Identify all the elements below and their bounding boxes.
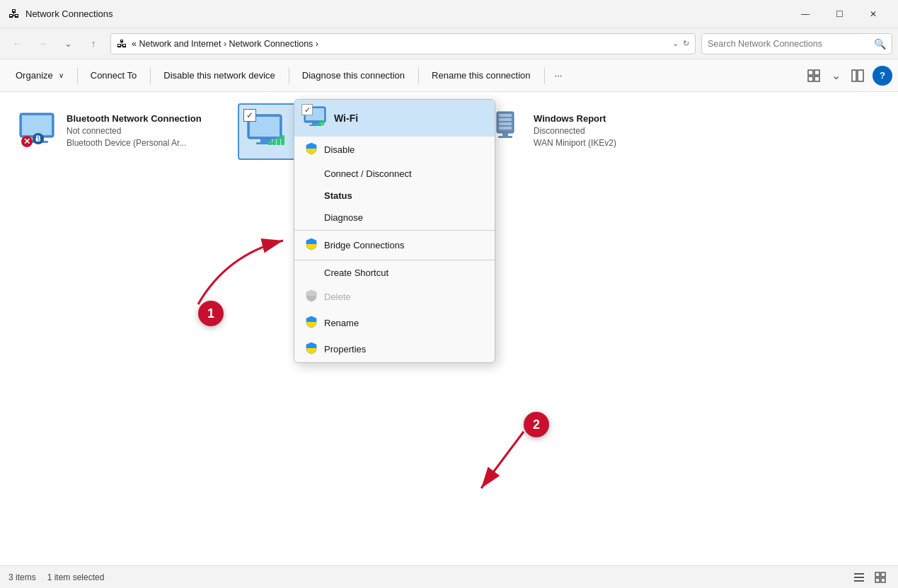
address-text: « Network and Internet › Network Connect… xyxy=(132,39,668,49)
refresh-icon[interactable]: ↻ xyxy=(683,39,689,48)
selected-count: 1 item selected xyxy=(47,572,105,582)
menu-item-label: Rename xyxy=(324,318,359,328)
up-button[interactable]: ↑ xyxy=(82,33,105,54)
windows-report-name: Windows Report xyxy=(534,113,616,124)
svg-rect-2 xyxy=(808,76,813,81)
menu-item-label: Diagnose xyxy=(324,212,363,223)
title-bar-left: 🖧 Network Connections xyxy=(8,8,113,21)
svg-rect-23 xyxy=(499,114,512,117)
svg-rect-38 xyxy=(854,573,864,575)
context-menu-item-connect---disconnect[interactable]: Connect / Disconnect xyxy=(294,163,495,185)
context-menu-item-disable[interactable]: Disable xyxy=(294,137,495,163)
context-menu: ✓ Wi-Fi DisableConnect / DisconnectStatu… xyxy=(294,99,495,363)
svg-text:✕: ✕ xyxy=(23,137,30,146)
nav-bar: ← → ⌄ ↑ 🖧 « Network and Internet › Netwo… xyxy=(0,28,898,59)
svg-rect-3 xyxy=(814,76,819,81)
annotation-2: 2 xyxy=(524,412,549,437)
svg-rect-25 xyxy=(499,122,512,125)
arrow-1 xyxy=(142,198,318,340)
context-menu-checkbox: ✓ xyxy=(301,104,313,115)
list-view-button[interactable] xyxy=(850,570,868,585)
grid-view-button[interactable] xyxy=(871,570,890,585)
svg-rect-40 xyxy=(854,580,864,582)
status-bar-left: 3 items 1 item selected xyxy=(8,572,104,582)
pane-button[interactable] xyxy=(846,65,870,86)
arrow-2 xyxy=(446,417,587,502)
menu-item-label: Disable xyxy=(324,144,355,155)
menu-item-label: Connect / Disconnect xyxy=(324,168,412,179)
more-button[interactable]: ··· xyxy=(548,59,570,91)
bluetooth-icon: ✕ Ƀ xyxy=(17,109,59,151)
search-icon: 🔍 xyxy=(874,38,886,50)
connect-to-button[interactable]: Connect To xyxy=(81,59,148,91)
toolbar: Organize ∨ Connect To Disable this netwo… xyxy=(0,59,898,92)
back-button[interactable]: ← xyxy=(6,33,28,54)
svg-rect-7 xyxy=(22,115,52,135)
menu-item-label: Properties xyxy=(324,344,366,354)
shield-icon-4 xyxy=(306,238,317,253)
svg-rect-5 xyxy=(858,70,863,81)
items-count: 3 items xyxy=(8,572,36,582)
context-menu-title: Wi-Fi xyxy=(334,113,358,124)
context-menu-item-status[interactable]: Status xyxy=(294,185,495,207)
rename-button[interactable]: Rename this connection xyxy=(422,59,541,91)
svg-rect-35 xyxy=(322,120,324,125)
forward-button[interactable]: → xyxy=(31,33,54,54)
context-menu-item-delete: Delete xyxy=(294,284,495,310)
title-bar: 🖧 Network Connections — ☐ ✕ xyxy=(0,0,898,28)
context-menu-item-rename[interactable]: Rename xyxy=(294,310,495,336)
context-menu-item-bridge-connections[interactable]: Bridge Connections xyxy=(294,232,495,258)
svg-rect-33 xyxy=(316,123,318,125)
main-content: ✕ Ƀ Bluetooth Network Connection Not con… xyxy=(0,92,898,565)
search-input[interactable] xyxy=(708,39,870,49)
shield-icon-6 xyxy=(306,289,317,304)
svg-rect-18 xyxy=(268,142,272,145)
close-button[interactable]: ✕ xyxy=(857,3,890,25)
menu-item-label: Delete xyxy=(324,292,351,302)
context-menu-item-diagnose[interactable]: Diagnose xyxy=(294,207,495,229)
svg-rect-28 xyxy=(498,136,512,138)
network-item-bluetooth[interactable]: ✕ Ƀ Bluetooth Network Connection Not con… xyxy=(11,103,224,157)
address-bar[interactable]: 🖧 « Network and Internet › Network Conne… xyxy=(110,33,696,54)
view-options-button[interactable] xyxy=(802,65,826,86)
toolbar-separator-4 xyxy=(418,67,419,84)
shield-icon-0 xyxy=(306,142,317,157)
windows-report-type: WAN Miniport (IKEv2) xyxy=(534,138,616,148)
context-menu-item-create-shortcut[interactable]: Create Shortcut xyxy=(294,262,495,284)
shield-icon-8 xyxy=(306,342,317,357)
diagnose-button[interactable]: Diagnose this connection xyxy=(292,59,415,91)
grid-view-icon xyxy=(875,572,886,583)
svg-rect-0 xyxy=(808,70,813,75)
context-menu-items: DisableConnect / DisconnectStatusDiagnos… xyxy=(294,137,495,362)
maximize-button[interactable]: ☐ xyxy=(823,3,856,25)
toolbar-separator-5 xyxy=(544,67,545,84)
search-bar[interactable]: 🔍 xyxy=(701,33,892,54)
windows-report-info: Windows Report Disconnected WAN Miniport… xyxy=(534,113,616,148)
annotation-1: 1 xyxy=(198,301,224,326)
app-icon: 🖧 xyxy=(8,8,20,21)
address-chevron-icon[interactable]: ⌄ xyxy=(672,39,679,48)
svg-rect-19 xyxy=(272,139,276,145)
svg-rect-24 xyxy=(499,118,512,121)
disable-button[interactable]: Disable this network device xyxy=(154,59,286,91)
svg-rect-34 xyxy=(319,122,321,125)
toolbar-separator-3 xyxy=(289,67,289,84)
menu-item-label: Bridge Connections xyxy=(324,240,404,250)
bluetooth-type: Bluetooth Device (Personal Ar... xyxy=(67,138,202,148)
svg-rect-4 xyxy=(852,70,856,81)
minimize-button[interactable]: — xyxy=(789,3,822,25)
bluetooth-monitor-icon: ✕ Ƀ xyxy=(17,109,59,151)
organize-button[interactable]: Organize ∨ xyxy=(6,59,74,91)
bluetooth-item-info: Bluetooth Network Connection Not connect… xyxy=(67,113,202,148)
recent-button[interactable]: ⌄ xyxy=(57,33,79,54)
toolbar-right: ⌄ ? xyxy=(802,65,892,86)
organize-chevron-icon: ∨ xyxy=(59,71,64,79)
view-chevron-button[interactable]: ⌄ xyxy=(829,65,843,86)
network-item-windows-report[interactable]: Windows Report Disconnected WAN Miniport… xyxy=(478,103,691,157)
grid-icon xyxy=(807,69,820,82)
context-menu-divider xyxy=(294,230,495,231)
toolbar-separator-2 xyxy=(150,67,151,84)
help-button[interactable]: ? xyxy=(873,66,892,86)
context-menu-item-properties[interactable]: Properties xyxy=(294,336,495,362)
window-title: Network Connections xyxy=(25,8,113,19)
